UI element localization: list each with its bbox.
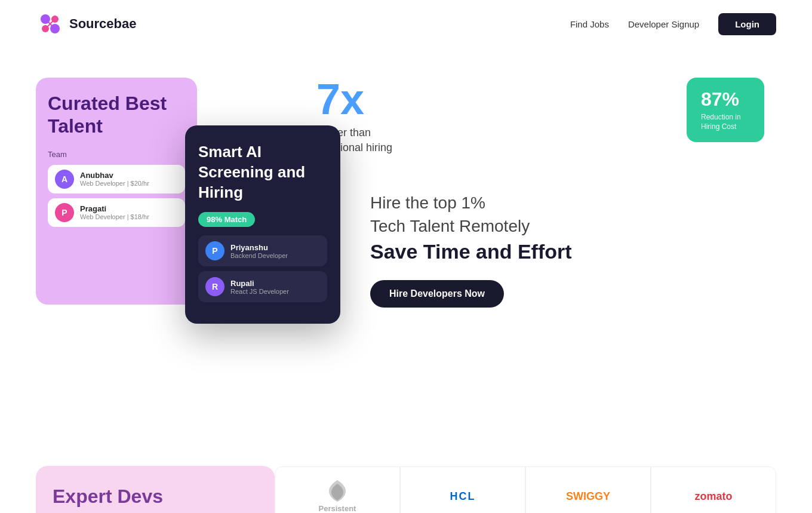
login-button[interactable]: Login — [718, 13, 776, 35]
dark-card: Smart AI Screening and Hiring 98% Match … — [185, 125, 340, 324]
swiggy-label: SWIGGY — [566, 490, 610, 503]
expert-card: Expert Devs — [36, 466, 275, 513]
nav-developer-signup[interactable]: Developer Signup — [628, 19, 699, 29]
logo-hcl: HCL — [400, 466, 525, 513]
candidate-rupali: R Rupali React JS Developer — [198, 271, 327, 302]
logo-persistent: Persistent — [275, 466, 400, 513]
hire-developers-button[interactable]: Hire Developers Now — [370, 280, 504, 308]
dark-card-title: Smart AI Screening and Hiring — [198, 142, 327, 202]
stat-87-desc: Reduction in Hiring Cost — [701, 113, 750, 131]
team-member-pragati: P Pragati Web Developer | $18/hr — [48, 198, 185, 227]
navbar: Sourcebae Find Jobs Developer Signup Log… — [0, 0, 812, 48]
match-badge: 98% Match — [198, 212, 255, 227]
team-label: Team — [48, 150, 185, 159]
persistent-label: Persistent — [319, 504, 356, 513]
stat-7x-number: 7x — [316, 78, 392, 121]
persistent-icon — [329, 480, 346, 502]
candidate-role-rupali: React JS Developer — [230, 288, 289, 295]
logo-text: Sourcebae — [69, 16, 137, 32]
avatar-rupali: R — [205, 277, 224, 296]
candidate-priyanshu: P Priyanshu Backend Developer — [198, 235, 327, 266]
nav-links: Find Jobs Developer Signup Login — [570, 13, 776, 35]
candidate-name-priyanshu: Priyanshu — [230, 243, 288, 252]
avatar-pragati: P — [55, 203, 74, 222]
pink-card: Curated Best Talent Team A Anubhav Web D… — [36, 78, 197, 305]
pink-card-title: Curated Best Talent — [48, 92, 185, 138]
member-role-pragati: Web Developer | $18/hr — [80, 213, 149, 220]
team-member-anubhav: A Anubhav Web Developer | $20/hr — [48, 165, 185, 193]
member-name-anubhav: Anubhav — [80, 171, 149, 180]
company-logos-grid: Persistent HCL SWIGGY zomato — [275, 466, 776, 513]
logo-icon — [36, 10, 64, 38]
main-headline: Hire the top 1% Tech Talent Remotely Sav… — [370, 191, 572, 308]
avatar-anubhav: A — [55, 170, 74, 189]
member-role-anubhav: Web Developer | $20/hr — [80, 180, 149, 187]
hcl-label: HCL — [450, 490, 476, 503]
headline-line3: Save Time and Effort — [370, 240, 572, 263]
hero-section: Curated Best Talent Team A Anubhav Web D… — [0, 48, 812, 454]
nav-find-jobs[interactable]: Find Jobs — [570, 19, 609, 29]
logo-swiggy: SWIGGY — [525, 466, 651, 513]
expert-card-title: Expert Devs — [53, 485, 258, 508]
candidate-role-priyanshu: Backend Developer — [230, 252, 288, 259]
bottom-section: Expert Devs Persistent HCL SWIGGY zomato — [0, 466, 812, 513]
candidate-name-rupali: Rupali — [230, 279, 289, 288]
headline-line2: Tech Talent Remotely — [370, 217, 530, 235]
zomato-label: zomato — [695, 490, 733, 503]
member-name-pragati: Pragati — [80, 204, 149, 213]
stat-87: 87% Reduction in Hiring Cost — [687, 78, 764, 142]
logo[interactable]: Sourcebae — [36, 10, 137, 38]
avatar-priyanshu: P — [205, 241, 224, 260]
stat-87-number: 87% — [701, 88, 750, 110]
logo-zomato: zomato — [651, 466, 776, 513]
headline-line1: Hire the top 1% — [370, 193, 485, 212]
